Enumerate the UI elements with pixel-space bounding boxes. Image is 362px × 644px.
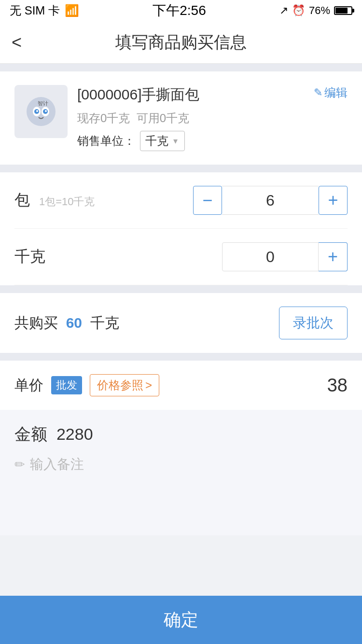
svg-point-5 — [36, 110, 38, 112]
total-section: 共购买 60 千克 录批次 — [0, 293, 362, 353]
price-tag: 批发 — [51, 376, 82, 394]
price-section: 单价 批发 价格参照 > 38 — [0, 361, 362, 410]
bao-minus-button[interactable]: − — [193, 186, 222, 215]
back-button[interactable]: < — [12, 32, 22, 53]
separator-4 — [0, 353, 362, 361]
product-info: [0000006]手撕面包 现存0千克 可用0千克 销售单位： 千克 — [77, 85, 348, 151]
product-image: 智计 — [14, 85, 68, 138]
separator-1 — [0, 64, 362, 71]
bao-plus-button[interactable]: + — [319, 186, 348, 215]
price-ref-label: 价格参照 — [97, 378, 143, 393]
kg-row: 千克 + — [14, 229, 348, 285]
note-placeholder: 输入备注 — [30, 455, 84, 474]
edit-button[interactable]: ✎ 编辑 — [314, 85, 348, 100]
battery-text: 76% — [309, 4, 330, 17]
separator-3 — [0, 285, 362, 293]
unit-value: 千克 — [145, 133, 168, 149]
separator-2 — [0, 165, 362, 172]
amount-row: 金额 2280 — [14, 423, 348, 446]
battery-icon — [334, 6, 352, 15]
bao-control: − + — [193, 186, 348, 215]
status-time: 下午2:56 — [153, 1, 206, 20]
confirm-label: 确定 — [164, 608, 198, 632]
price-ref-arrow-icon: > — [145, 378, 152, 392]
pencil-icon: ✏ — [14, 457, 25, 472]
product-name: [0000006]手撕面包 — [77, 85, 348, 105]
price-label: 单价 — [14, 376, 43, 395]
total-label: 共购买 60 千克 — [14, 313, 119, 333]
product-unit: 销售单位： 千克 — [77, 131, 348, 151]
kg-control: + — [222, 242, 348, 271]
kg-input[interactable] — [222, 242, 319, 271]
location-icon: ↗ — [279, 4, 288, 17]
amount-label: 金额 — [14, 425, 47, 443]
bao-input[interactable] — [222, 186, 319, 215]
product-stock: 现存0千克 可用0千克 — [77, 111, 348, 126]
kg-label: 千克 — [14, 246, 222, 267]
product-logo-icon: 智计 — [24, 95, 58, 128]
wifi-icon: 📶 — [65, 4, 79, 17]
status-bar: 无 SIM 卡 📶 下午2:56 ↗ ⏰ 76% — [0, 0, 362, 21]
amount-value: 2280 — [56, 425, 93, 443]
bao-row: 包 1包=10千克 − + — [14, 172, 348, 229]
amount-section: 金额 2280 ✏ 输入备注 — [0, 410, 362, 535]
bao-label: 包 1包=10千克 — [14, 190, 193, 211]
kg-plus-button[interactable]: + — [319, 242, 348, 271]
status-right: ↗ ⏰ 76% — [279, 4, 352, 17]
alarm-icon: ⏰ — [292, 4, 305, 17]
carrier-text: 无 SIM 卡 — [10, 3, 60, 18]
price-ref-button[interactable]: 价格参照 > — [90, 374, 159, 396]
status-left: 无 SIM 卡 📶 — [10, 3, 79, 18]
total-amount: 60 — [66, 315, 82, 331]
confirm-button[interactable]: 确定 — [0, 596, 362, 644]
batch-button[interactable]: 录批次 — [279, 307, 348, 339]
note-row[interactable]: ✏ 输入备注 — [14, 455, 348, 474]
nav-bar: < 填写商品购买信息 — [0, 21, 362, 64]
quantity-section: 包 1包=10千克 − + 千克 + — [0, 172, 362, 285]
price-value: 38 — [327, 375, 348, 396]
unit-select[interactable]: 千克 — [140, 131, 185, 151]
page-title: 填写商品购买信息 — [115, 31, 247, 54]
svg-point-6 — [45, 110, 47, 112]
svg-text:智计: 智计 — [38, 100, 48, 106]
edit-label: 编辑 — [324, 85, 348, 100]
product-card: 智计 [0000006]手撕面包 现存0千克 可用0千克 销售单位： 千克 ✎ … — [0, 71, 362, 165]
edit-icon: ✎ — [314, 86, 322, 99]
bao-hint: 1包=10千克 — [39, 196, 95, 208]
